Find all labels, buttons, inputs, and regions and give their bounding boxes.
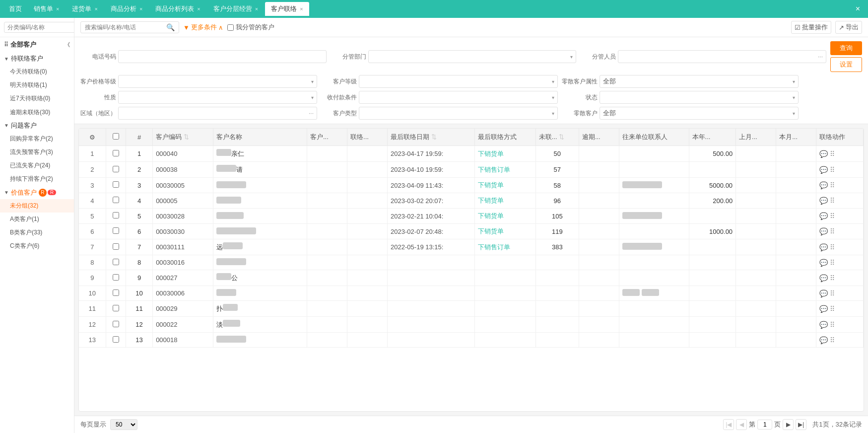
sidebar-item-churn-warning[interactable]: 流失预警客户(3)	[0, 145, 74, 159]
contact-phone-icon[interactable]: 💬	[819, 289, 828, 297]
value-group-label[interactable]: ▼ 价值客户 R R	[0, 186, 74, 199]
close-product-list-tab[interactable]: ×	[197, 6, 200, 12]
contact-phone-icon[interactable]: 💬	[819, 321, 828, 329]
page-number-input[interactable]	[757, 420, 772, 430]
first-page-btn[interactable]: |◀	[723, 419, 734, 430]
category-search-input[interactable]	[4, 22, 74, 33]
grid-action-icon[interactable]: ⠿	[830, 212, 835, 220]
window-close-button[interactable]: ×	[852, 4, 864, 13]
contact-phone-icon[interactable]: 💬	[819, 166, 828, 174]
grid-action-icon[interactable]: ⠿	[830, 243, 835, 251]
more-filters-btn[interactable]: ▼ 更多条件 ∧	[183, 23, 223, 32]
row-checkbox[interactable]	[113, 197, 119, 203]
checkbox-col-header[interactable]	[106, 129, 126, 146]
price-level-select[interactable]: ▾	[118, 75, 317, 88]
tab-sales[interactable]: 销售单 ×	[28, 2, 65, 16]
sidebar-item-unclassified[interactable]: 未分组(32)	[0, 199, 74, 213]
sidebar-item-declining[interactable]: 持续下滑客户(2)	[0, 172, 74, 186]
my-customers-checkbox[interactable]: 我分管的客户	[227, 23, 274, 32]
payment-select[interactable]: ▾	[359, 91, 558, 104]
close-contact-tab[interactable]: ×	[300, 6, 303, 12]
unlinked-col-header[interactable]: 未联... ⇅	[535, 129, 579, 146]
method-cell[interactable]: 下销货单	[474, 209, 535, 224]
method-link[interactable]: 下销货单	[478, 227, 504, 235]
contact-phone-icon[interactable]: 💬	[819, 243, 828, 251]
row-checkbox[interactable]	[113, 150, 119, 156]
row-checkbox[interactable]	[113, 243, 119, 250]
checkbox-cell[interactable]	[106, 209, 126, 224]
row-checkbox[interactable]	[113, 166, 119, 172]
code-col-header[interactable]: 客户编码 ⇅	[153, 129, 213, 146]
name-col-header[interactable]: 客户名称	[213, 129, 307, 146]
tab-product-analysis[interactable]: 商品分析 ×	[105, 2, 148, 16]
checkbox-cell[interactable]	[106, 146, 126, 162]
contact-phone-icon[interactable]: 💬	[819, 181, 828, 189]
date-col-header[interactable]: 最后联络日期 ⇅	[388, 129, 475, 146]
grid-action-icon[interactable]: ⠿	[830, 336, 835, 344]
phone-input[interactable]	[118, 50, 327, 63]
row-checkbox[interactable]	[113, 259, 119, 265]
reset-button[interactable]: 设置	[830, 57, 862, 72]
code-sort-icon[interactable]: ⇅	[184, 133, 189, 141]
method-cell[interactable]: 下销售订单	[474, 162, 535, 178]
all-customers-header[interactable]: ⠿ 全部客户 《	[0, 37, 74, 52]
method-link[interactable]: 下销货单	[478, 181, 504, 189]
grid-action-icon[interactable]: ⠿	[830, 274, 835, 282]
region-dots[interactable]: ···	[309, 110, 314, 117]
method-cell[interactable]: 下销售订单	[474, 239, 535, 255]
manager-dots[interactable]: ···	[818, 53, 823, 60]
sidebar-collapse-icon[interactable]: 《	[65, 41, 70, 49]
grid-action-icon[interactable]: ⠿	[830, 181, 835, 189]
manager-select[interactable]: ···	[618, 50, 826, 63]
sidebar-item-tomorrow-pending[interactable]: 明天待联络(1)	[0, 78, 74, 92]
grid-action-icon[interactable]: ⠿	[830, 321, 835, 329]
method-cell[interactable]: 下销货单	[474, 146, 535, 162]
problem-group-label[interactable]: ▼ 问题客户	[0, 119, 74, 132]
method-link[interactable]: 下销货单	[478, 150, 504, 157]
batch-op-button[interactable]: ☑ 批量操作	[791, 21, 831, 34]
row-checkbox[interactable]	[113, 289, 119, 296]
contact-phone-icon[interactable]: 💬	[819, 212, 828, 220]
close-segment-tab[interactable]: ×	[255, 6, 258, 12]
method-cell[interactable]: 下销货单	[474, 224, 535, 239]
checkbox-cell[interactable]	[106, 270, 126, 286]
method-link[interactable]: 下销货单	[478, 212, 504, 219]
row-checkbox[interactable]	[113, 305, 119, 311]
close-sales-tab[interactable]: ×	[56, 6, 59, 12]
contact-phone-icon[interactable]: 💬	[819, 150, 828, 158]
sidebar-item-class-b[interactable]: B类客户(33)	[0, 226, 74, 239]
grid-action-icon[interactable]: ⠿	[830, 227, 835, 235]
method-cell[interactable]	[474, 286, 535, 301]
close-product-analysis-tab[interactable]: ×	[139, 6, 142, 12]
method-link[interactable]: 下销售订单	[478, 166, 510, 173]
checkbox-cell[interactable]	[106, 178, 126, 193]
search-input[interactable]	[85, 24, 164, 31]
contact-phone-icon[interactable]: 💬	[819, 197, 828, 205]
search-icon[interactable]: 🔍	[166, 23, 175, 31]
contact-phone-icon[interactable]: 💬	[819, 227, 828, 235]
checkbox-cell[interactable]	[106, 224, 126, 239]
select-all-checkbox[interactable]	[113, 133, 119, 140]
pending-group-label[interactable]: ▼ 待联络客户	[0, 52, 74, 65]
region-select[interactable]: ···	[118, 107, 317, 120]
method-cell[interactable]	[474, 301, 535, 317]
checkbox-cell[interactable]	[106, 193, 126, 209]
customer-level-select[interactable]: ▾	[359, 75, 558, 88]
query-button[interactable]: 查询	[830, 41, 862, 55]
grid-action-icon[interactable]: ⠿	[830, 305, 835, 313]
export-button[interactable]: ↗ 导出	[835, 21, 862, 34]
row-checkbox[interactable]	[113, 181, 119, 188]
sidebar-item-overdue-pending[interactable]: 逾期未联络(30)	[0, 106, 74, 119]
settings-icon[interactable]: ⚙	[89, 134, 95, 141]
method-link[interactable]: 下销货单	[478, 197, 504, 204]
tab-customer-contact[interactable]: 客户联络 ×	[265, 2, 309, 16]
settings-col-header[interactable]: ⚙	[79, 129, 106, 146]
date-sort-icon[interactable]: ⇅	[431, 133, 437, 141]
grid-action-icon[interactable]: ⠿	[830, 197, 835, 205]
method-cell[interactable]	[474, 317, 535, 333]
method-cell[interactable]	[474, 333, 535, 348]
sidebar-item-week-pending[interactable]: 近7天待联络(0)	[0, 92, 74, 105]
next-page-btn[interactable]: ▶	[783, 419, 794, 430]
row-checkbox[interactable]	[113, 227, 119, 234]
contact-phone-icon[interactable]: 💬	[819, 336, 828, 344]
